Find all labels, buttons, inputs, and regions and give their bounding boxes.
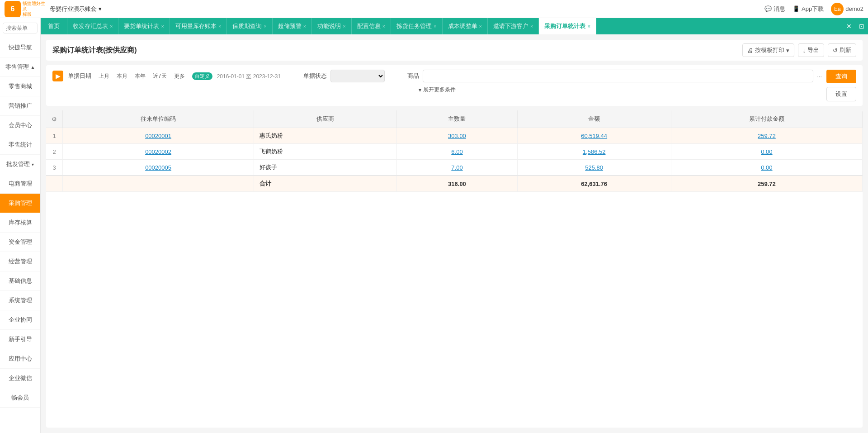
- date-shortcut-more[interactable]: 更多: [171, 71, 188, 81]
- tab-home[interactable]: 首页: [41, 18, 67, 34]
- td-quantity-1[interactable]: 303.00: [397, 128, 517, 144]
- workspace-selector[interactable]: 母婴行业演示账套 ▾: [50, 5, 104, 13]
- td-supplier-1: 惠氏奶粉: [254, 128, 397, 144]
- close-icon[interactable]: ×: [110, 24, 113, 29]
- table-footer: 合计 316.00 62,631.76 259.72: [46, 176, 863, 192]
- status-label: 单据状态: [303, 72, 327, 80]
- tab-over-storage[interactable]: 超储预警 ×: [273, 18, 312, 34]
- td-footer-empty2: [63, 176, 254, 192]
- nav-tabs: 首页 收发存汇总表 × 要货单统计表 × 可用量库存账本 × 保质期查询 ×: [41, 18, 868, 34]
- td-footer-paid: 259.72: [671, 176, 862, 192]
- tab-picking-task[interactable]: 拣货任务管理 ×: [391, 18, 442, 34]
- sidebar-item-ecommerce[interactable]: 电商管理: [0, 174, 40, 194]
- sidebar-item-enterprise-wechat[interactable]: 企业微信: [0, 369, 40, 388]
- td-code-3[interactable]: 00020005: [63, 160, 254, 176]
- goods-input[interactable]: [423, 70, 813, 82]
- custom-date-badge: 自定义: [192, 72, 212, 80]
- app-download-btn[interactable]: 📱 App下载: [793, 5, 824, 13]
- td-amount-1[interactable]: 60,519.44: [517, 128, 671, 144]
- refresh-button[interactable]: ↺ 刷新: [828, 43, 856, 57]
- sidebar-item-retail-store[interactable]: 零售商城: [0, 77, 40, 96]
- close-icon[interactable]: ×: [264, 24, 266, 29]
- search-input[interactable]: [3, 23, 38, 33]
- sidebar-item-system[interactable]: 系统管理: [0, 291, 40, 310]
- content-area: 首页 收发存汇总表 × 要货单统计表 × 可用量库存账本 × 保质期查询 ×: [41, 18, 868, 433]
- tab-func-desc[interactable]: 功能说明 ×: [312, 18, 351, 34]
- sidebar-item-retail-stats[interactable]: 零售统计: [0, 135, 40, 155]
- th-amount: 金额: [517, 110, 671, 128]
- td-quantity-2[interactable]: 6.00: [397, 144, 517, 160]
- th-paid: 累计付款金额: [671, 110, 862, 128]
- sidebar-item-purchase-mgmt[interactable]: 采购管理: [0, 194, 40, 213]
- message-btn[interactable]: 💬 消息: [764, 5, 785, 13]
- page-header: 采购订单统计表(按供应商) 🖨 按模板打印 ▾ ↓ 导出 ↺: [46, 40, 863, 61]
- date-shortcuts: 上月 本月 本年 近7天 更多: [96, 71, 188, 81]
- close-all-btn[interactable]: ✕: [843, 18, 855, 34]
- tab-purchase-summary[interactable]: 采购订单统计表 ×: [539, 18, 596, 34]
- td-quantity-3[interactable]: 7.00: [397, 160, 517, 176]
- td-supplier-3: 好孩子: [254, 160, 397, 176]
- user-profile[interactable]: Ea demo2: [831, 3, 863, 15]
- close-icon[interactable]: ×: [587, 24, 590, 29]
- sidebar-item-retail-mgmt[interactable]: 零售管理 ▲: [0, 57, 40, 77]
- sidebar-item-finance[interactable]: 资金管理: [0, 233, 40, 252]
- table-row: 1 00020001 惠氏奶粉 303.00 60,519.44 259.72: [46, 128, 863, 144]
- td-amount-2[interactable]: 1,586.52: [517, 144, 671, 160]
- td-code-1[interactable]: 00020001: [63, 128, 254, 144]
- th-gear[interactable]: ⚙: [46, 110, 63, 128]
- message-icon: 💬: [764, 5, 772, 12]
- refresh-icon: ↺: [833, 47, 838, 54]
- settings-button[interactable]: 设置: [826, 87, 856, 101]
- td-amount-3[interactable]: 525.80: [517, 160, 671, 176]
- date-shortcut-this-year[interactable]: 本年: [132, 71, 148, 81]
- td-paid-1[interactable]: 259.72: [671, 128, 862, 144]
- expand-more-btn[interactable]: ▾ 展开更多条件: [52, 86, 822, 94]
- close-icon[interactable]: ×: [434, 24, 436, 29]
- td-paid-3[interactable]: 0.00: [671, 160, 862, 176]
- td-paid-2[interactable]: 0.00: [671, 144, 862, 160]
- date-shortcut-this-month[interactable]: 本月: [114, 71, 130, 81]
- tab-receive-summary[interactable]: 收发存汇总表 ×: [67, 18, 118, 34]
- close-icon[interactable]: ×: [479, 24, 482, 29]
- sidebar-item-operations[interactable]: 经营管理: [0, 252, 40, 271]
- tab-expiry-query[interactable]: 保质期查询 ×: [227, 18, 272, 34]
- query-button[interactable]: 查询: [826, 70, 856, 83]
- close-icon[interactable]: ×: [382, 24, 385, 29]
- export-button[interactable]: ↓ 导出: [798, 43, 825, 57]
- print-button[interactable]: 🖨 按模板打印 ▾: [742, 43, 794, 57]
- sidebar-item-quick-nav[interactable]: 快捷导航: [0, 38, 40, 57]
- filter-collapse-btn[interactable]: ▶: [52, 71, 63, 81]
- table-container: ⚙ 往来单位编码 供应商 主数量 金额 累计付款金额 1: [46, 110, 863, 428]
- close-icon[interactable]: ×: [161, 24, 164, 29]
- user-name: demo2: [845, 5, 863, 12]
- sidebar-item-basics[interactable]: 基础信息: [0, 271, 40, 291]
- close-icon[interactable]: ×: [530, 24, 533, 29]
- date-shortcut-last-month[interactable]: 上月: [96, 71, 112, 81]
- close-icon[interactable]: ×: [343, 24, 345, 29]
- close-icon[interactable]: ×: [218, 24, 221, 29]
- date-shortcut-7days[interactable]: 近7天: [150, 71, 170, 81]
- tab-cost-adjust[interactable]: 成本调整单 ×: [443, 18, 488, 34]
- tab-available-stock[interactable]: 可用量库存账本 ×: [170, 18, 227, 34]
- td-code-2[interactable]: 00020002: [63, 144, 254, 160]
- close-icon[interactable]: ×: [303, 24, 306, 29]
- sidebar-item-enterprise[interactable]: 企业协同: [0, 310, 40, 330]
- gear-icon[interactable]: ⚙: [52, 116, 57, 123]
- message-label: 消息: [774, 5, 785, 13]
- goods-more-icon[interactable]: ···: [817, 73, 822, 80]
- status-select[interactable]: [330, 70, 385, 82]
- fullscreen-btn[interactable]: ⊡: [855, 18, 868, 34]
- tab-invite-customer[interactable]: 邀请下游客户 ×: [488, 18, 539, 34]
- sidebar-item-new-guide[interactable]: 新手引导: [0, 330, 40, 349]
- tab-goods-summary[interactable]: 要货单统计表 ×: [118, 18, 170, 34]
- workspace-name: 母婴行业演示账套: [50, 5, 97, 13]
- sidebar-item-app-center[interactable]: 应用中心: [0, 349, 40, 369]
- sidebar-item-inventory[interactable]: 库存核算: [0, 213, 40, 233]
- filter-area: ▶ 单据日期 上月 本月 本年 近7天 更多 自定义 2: [46, 65, 863, 106]
- sidebar-item-marketing[interactable]: 营销推广: [0, 96, 40, 116]
- sidebar-item-member-vip[interactable]: 畅会员: [0, 388, 40, 408]
- sidebar-item-member-center[interactable]: 会员中心: [0, 116, 40, 135]
- sidebar-item-wholesale-mgmt[interactable]: 批发管理 ▾: [0, 155, 40, 174]
- tab-config-info[interactable]: 配置信息 ×: [352, 18, 391, 34]
- filter-row: ▶ 单据日期 上月 本月 本年 近7天 更多 自定义 2: [52, 70, 822, 82]
